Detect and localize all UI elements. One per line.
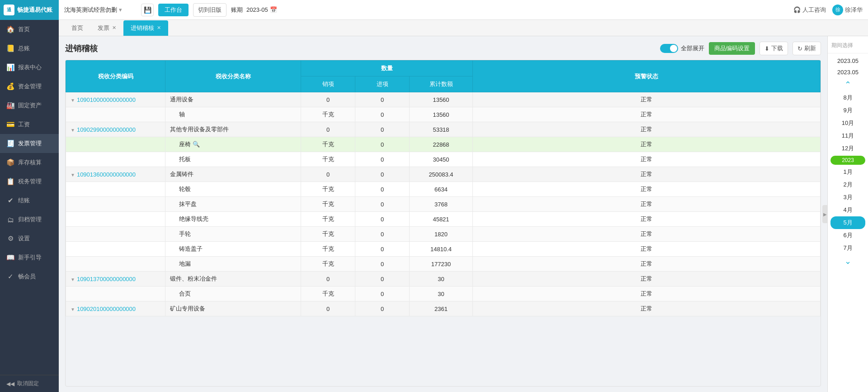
sidebar-item-archive[interactable]: 🗂 归档管理 bbox=[0, 210, 59, 229]
right-panel-header: 期间选择 bbox=[828, 40, 868, 53]
sidebar-item-label: 固定资产 bbox=[18, 101, 42, 110]
month-10[interactable]: 10月 bbox=[828, 117, 868, 129]
expand-icon[interactable]: ▼ bbox=[71, 307, 75, 312]
col-purchase: 进项 bbox=[355, 76, 410, 92]
scroll-down-button[interactable]: ⌄ bbox=[828, 254, 868, 268]
expand-icon[interactable]: ▼ bbox=[71, 172, 75, 177]
expand-icon[interactable]: ▼ bbox=[71, 98, 75, 103]
cell-code: ▼109029900000000000 bbox=[66, 122, 165, 137]
app-logo: 通 畅捷通易代账 bbox=[0, 0, 59, 20]
panel-toggle-button[interactable]: ▶ bbox=[822, 205, 828, 223]
sidebar-item-salary[interactable]: 💳 工资 bbox=[0, 115, 59, 134]
cell-purchase: 0 bbox=[355, 107, 410, 122]
unpin-button[interactable]: ◀◀ 取消固定 bbox=[0, 375, 59, 392]
period-2023-05-top[interactable]: 2023.05 bbox=[828, 55, 868, 67]
cell-unit-sales: 千克 bbox=[301, 287, 355, 301]
cell-purchase: 0 bbox=[355, 227, 410, 242]
period-2023-05-2[interactable]: 2023.05 bbox=[828, 67, 868, 78]
search-icon[interactable]: 🔍 bbox=[193, 141, 200, 148]
cell-total: 250083.4 bbox=[410, 167, 473, 182]
page-content: 进销稽核 全部展开 商品编码设置 ⬇ 下载 ↻ 刷新 bbox=[59, 36, 868, 392]
sidebar-item-home[interactable]: 🏠 首页 bbox=[0, 20, 59, 39]
sidebar-item-member[interactable]: ✓ 畅会员 bbox=[0, 267, 59, 286]
sidebar-item-label: 发票管理 bbox=[18, 139, 42, 148]
company-selector[interactable]: 沈海英测试经营勿删 ▾ bbox=[64, 6, 137, 14]
assets-icon: 🏭 bbox=[6, 101, 14, 110]
save-icon: 💾 bbox=[144, 6, 151, 14]
support-label: 人工咨询 bbox=[802, 6, 826, 14]
year-2023: 2023 bbox=[830, 156, 865, 165]
sidebar-item-funds[interactable]: 💰 资金管理 bbox=[0, 77, 59, 96]
month-6[interactable]: 6月 bbox=[828, 229, 868, 242]
archive-icon: 🗂 bbox=[6, 216, 14, 224]
month-3[interactable]: 3月 bbox=[828, 191, 868, 204]
avatar-icon: 徐 bbox=[832, 5, 843, 15]
refresh-button[interactable]: ↻ 刷新 bbox=[793, 42, 821, 55]
cell-purchase: 0 bbox=[355, 137, 410, 152]
support-button[interactable]: 🎧 人工咨询 bbox=[793, 6, 826, 14]
sidebar-item-tax[interactable]: 📋 税务管理 bbox=[0, 172, 59, 191]
cell-sales: 0 bbox=[301, 167, 355, 182]
cell-unit-sales: 千克 bbox=[301, 152, 355, 167]
cell-sales: 0 bbox=[301, 122, 355, 137]
cell-total: 14810.4 bbox=[410, 242, 473, 257]
page-header-actions: 全部展开 商品编码设置 ⬇ 下载 ↻ 刷新 bbox=[660, 42, 821, 55]
month-9[interactable]: 9月 bbox=[828, 104, 868, 117]
month-1[interactable]: 1月 bbox=[828, 166, 868, 178]
cell-total: 30450 bbox=[410, 152, 473, 167]
sidebar-item-settings[interactable]: ⚙ 设置 bbox=[0, 229, 59, 248]
sidebar-item-guide[interactable]: 📖 新手引导 bbox=[0, 248, 59, 267]
cell-status: 正常 bbox=[473, 212, 821, 227]
month-4[interactable]: 4月 bbox=[828, 204, 868, 216]
scroll-up-button[interactable]: ⌃ bbox=[828, 78, 868, 91]
month-12[interactable]: 12月 bbox=[828, 142, 868, 155]
tab-bar: 首页 发票 ✕ 进销稽核 ✕ bbox=[59, 20, 868, 36]
sidebar-item-ledger[interactable]: 📒 总账 bbox=[0, 39, 59, 58]
cell-status: 正常 bbox=[473, 227, 821, 242]
tab-invoice[interactable]: 发票 ✕ bbox=[90, 20, 123, 36]
cell-code-empty bbox=[66, 137, 165, 152]
period-label: 账期 bbox=[231, 6, 243, 14]
user-profile[interactable]: 徐 徐泽华 bbox=[832, 5, 863, 15]
cell-total: 30 bbox=[410, 287, 473, 301]
cell-name: 绝缘导线壳 bbox=[165, 212, 301, 227]
month-2[interactable]: 2月 bbox=[828, 178, 868, 191]
sidebar-item-settle[interactable]: ✔ 结账 bbox=[0, 191, 59, 210]
cell-name: 其他专用设备及零部件 bbox=[165, 122, 301, 137]
tab-reconcile[interactable]: 进销稽核 ✕ bbox=[123, 20, 168, 36]
headset-icon: 🎧 bbox=[793, 6, 801, 13]
cell-name: 轴 bbox=[165, 107, 301, 122]
right-panel: ▶ 期间选择 2023.05 2023.05 ⌃ 8月 9月 10月 11月 1… bbox=[827, 36, 868, 392]
tab-invoice-close[interactable]: ✕ bbox=[112, 25, 116, 31]
download-button[interactable]: ⬇ 下载 bbox=[760, 42, 788, 55]
expand-icon[interactable]: ▼ bbox=[71, 128, 75, 133]
month-5[interactable]: 5月 bbox=[830, 216, 865, 229]
cell-purchase: 0 bbox=[355, 287, 410, 301]
sidebar-item-invoice[interactable]: 🧾 发票管理 bbox=[0, 134, 59, 153]
workbench-button[interactable]: 工作台 bbox=[158, 4, 189, 16]
expand-icon[interactable]: ▼ bbox=[71, 277, 75, 282]
cell-code-empty bbox=[66, 257, 165, 272]
col-total: 累计数额 bbox=[410, 76, 473, 92]
month-8[interactable]: 8月 bbox=[828, 91, 868, 104]
sidebar-item-reports[interactable]: 📊 报表中心 bbox=[0, 58, 59, 77]
sidebar-item-label: 归档管理 bbox=[18, 215, 42, 224]
sidebar-item-assets[interactable]: 🏭 固定资产 bbox=[0, 96, 59, 115]
month-7[interactable]: 7月 bbox=[828, 242, 868, 254]
product-code-button[interactable]: 商品编码设置 bbox=[709, 42, 755, 55]
expand-toggle[interactable] bbox=[660, 44, 678, 53]
tab-reconcile-close[interactable]: ✕ bbox=[157, 25, 161, 31]
settings-icon: ⚙ bbox=[6, 234, 14, 243]
calendar-icon[interactable]: 📅 bbox=[270, 6, 277, 13]
save-icon-button[interactable]: 💾 bbox=[141, 4, 154, 16]
settle-icon: ✔ bbox=[6, 196, 14, 205]
page-header: 进销稽核 全部展开 商品编码设置 ⬇ 下载 ↻ 刷新 bbox=[65, 42, 821, 55]
sidebar-item-inventory[interactable]: 📦 库存核算 bbox=[0, 153, 59, 172]
cell-unit-sales: 千克 bbox=[301, 197, 355, 212]
reconcile-table: 税收分类编码 税收分类名称 数量 预警状态 销项 进项 累计数额 bbox=[66, 60, 821, 316]
tab-home[interactable]: 首页 bbox=[64, 20, 90, 36]
tax-icon: 📋 bbox=[6, 177, 14, 186]
old-version-button[interactable]: 切到旧版 bbox=[193, 3, 226, 17]
cell-name: 手轮 bbox=[165, 227, 301, 242]
month-11[interactable]: 11月 bbox=[828, 129, 868, 142]
